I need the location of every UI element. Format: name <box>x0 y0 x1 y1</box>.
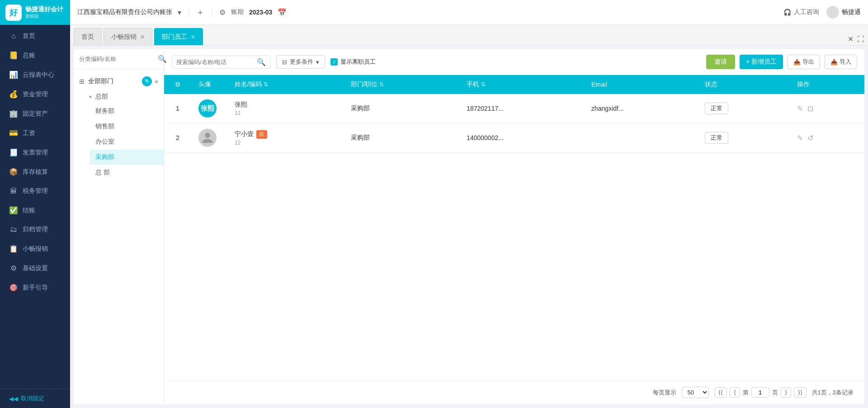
sidebar-nav: ⌂ 首页 📒 总账 📊 云报表中心 💰 资金管理 🏢 固定资产 💳 工资 🧾 发… <box>0 25 70 389</box>
sidebar-item-guide[interactable]: 🎯 新手引导 <box>0 278 70 297</box>
export-button[interactable]: 📤 导出 <box>788 55 820 69</box>
sidebar-item-inventory[interactable]: 📦 库存核算 <box>0 162 70 182</box>
last-page-button[interactable]: ⟩⟩ <box>794 387 807 398</box>
sidebar-item-funds[interactable]: 💰 资金管理 <box>0 84 70 104</box>
row-status-2: 正常 <box>698 123 790 153</box>
service-button[interactable]: 🎧 人工咨询 <box>783 8 819 16</box>
sidebar-item-tax[interactable]: 🏛 税务管理 <box>0 182 70 201</box>
page-unit: 页 <box>772 389 778 397</box>
edit-icon-2[interactable]: ✎ <box>797 134 803 142</box>
code-text-1: 11 <box>235 110 336 116</box>
tab-close-button[interactable]: ✕ <box>848 35 854 43</box>
refresh-icon-2[interactable]: ↺ <box>807 134 813 142</box>
add-employee-button[interactable]: + 新增员工 <box>740 55 783 69</box>
tab-home[interactable]: 首页 <box>74 28 102 45</box>
prev-page-button[interactable]: ⟨ <box>730 387 740 398</box>
sidebar-item-settings[interactable]: ⚙ 基础设置 <box>0 258 70 278</box>
name-text-2: 宁小壹 <box>235 130 254 138</box>
employee-search-input[interactable] <box>176 59 254 66</box>
action-icons-1: ✎ ⊡ <box>797 104 857 113</box>
calendar-icon[interactable]: 📅 <box>278 8 287 17</box>
page-prefix: 第 <box>743 389 749 397</box>
row-actions-2: ✎ ↺ <box>790 123 864 153</box>
sidebar-item-expense[interactable]: 📋 小畅报销 <box>0 239 70 258</box>
sidebar-item-home[interactable]: ⌂ 首页 <box>0 27 70 46</box>
page-size-select[interactable]: 50 10 20 100 <box>682 387 709 398</box>
all-dept-label: 全部部门 <box>88 77 113 85</box>
divider <box>212 7 212 18</box>
sidebar-item-invoice[interactable]: 🧾 发票管理 <box>0 143 70 162</box>
reports-icon: 📊 <box>9 70 18 79</box>
col-avatar: 头像 <box>191 75 227 94</box>
filter-button[interactable]: ⊟ 更多条件 ▾ <box>276 55 325 69</box>
status-badge-1: 正常 <box>705 103 728 114</box>
tab-expand-button[interactable]: ⛶ <box>857 35 864 43</box>
edit-icon-1[interactable]: ✎ <box>797 104 803 113</box>
employee-search-icon[interactable]: 🔍 <box>257 58 266 66</box>
tag-badge-2: 应 <box>256 130 267 139</box>
toolbar-right: 邀请 + 新增员工 📤 导出 📥 导入 <box>706 55 857 69</box>
payroll-icon: 💳 <box>9 129 18 137</box>
sidebar-item-label: 发票管理 <box>23 149 48 157</box>
col-status: 状态 <box>698 75 790 94</box>
sidebar-item-ledger[interactable]: 📒 总账 <box>0 46 70 65</box>
collapse-button[interactable]: « <box>155 76 158 86</box>
app-subtitle: 旗舰版 <box>25 13 63 19</box>
col-dept[interactable]: 部门/职位 <box>344 75 460 94</box>
page-input[interactable] <box>751 387 769 398</box>
avatar <box>826 6 839 19</box>
dept-search-input[interactable] <box>79 56 155 62</box>
content-area: 🔍 ⊞ 全部部门 ✎ « ▼ 总部 <box>74 49 864 404</box>
app-logo: 好 畅捷通好会计 旗舰版 <box>0 0 70 25</box>
sidebar-item-reports[interactable]: 📊 云报表中心 <box>0 65 70 84</box>
dept-sales[interactable]: 销售部 <box>90 119 164 134</box>
guide-icon: 🎯 <box>9 283 18 292</box>
next-page-button[interactable]: ⟩ <box>781 387 791 398</box>
company-dropdown-button[interactable]: ▾ <box>178 8 181 17</box>
logout-icon-1[interactable]: ⊡ <box>807 104 813 113</box>
export-icon: 📤 <box>793 59 801 66</box>
tax-icon: 🏛 <box>9 187 18 195</box>
row-dept-1: 采购部 <box>344 94 460 123</box>
dept-purchase[interactable]: 采购部 <box>90 150 164 165</box>
all-dept-item[interactable]: ⊞ 全部部门 ✎ « <box>74 73 164 90</box>
sidebar-item-label: 税务管理 <box>23 187 48 195</box>
dept-search-wrap: 🔍 <box>74 49 164 69</box>
headset-icon: 🎧 <box>783 9 791 16</box>
home-icon: ⌂ <box>9 32 18 40</box>
col-name[interactable]: 姓名/编码 <box>227 75 344 94</box>
tabs-actions: ✕ ⛶ <box>848 35 864 45</box>
employee-toolbar: 🔍 ⊟ 更多条件 ▾ ✓ 显示离职员工 邀请 + 新增员工 <box>164 49 864 75</box>
tab-dept[interactable]: 部门员工 ✕ <box>154 28 203 45</box>
col-phone[interactable]: 手机 <box>459 75 584 94</box>
dept-office[interactable]: 办公室 <box>90 134 164 150</box>
app-title: 畅捷通好会计 <box>25 5 63 13</box>
gear-button[interactable]: ⚙ <box>219 8 226 17</box>
sidebar-item-assets[interactable]: 🏢 固定资产 <box>0 104 70 123</box>
sidebar: 好 畅捷通好会计 旗舰版 ⌂ 首页 📒 总账 📊 云报表中心 💰 资金管理 🏢 … <box>0 0 70 408</box>
import-button[interactable]: 📥 导入 <box>825 55 857 69</box>
show-resigned-label[interactable]: ✓ 显示离职员工 <box>330 58 376 66</box>
sidebar-item-checkout[interactable]: ✅ 结账 <box>0 201 70 220</box>
add-company-button[interactable]: ＋ <box>196 7 204 18</box>
period-value: 2023-03 <box>249 9 272 16</box>
dept-header-actions: ✎ « <box>142 76 158 86</box>
unpin-label: 取消固定 <box>21 394 44 403</box>
add-dept-button[interactable]: ✎ <box>142 76 152 86</box>
invite-button[interactable]: 邀请 <box>706 55 735 69</box>
sidebar-item-archive[interactable]: 🗂 归档管理 <box>0 220 70 239</box>
tab-expense[interactable]: 小畅报销 ✕ <box>104 28 152 45</box>
unpin-button[interactable]: ◀◀ 取消固定 <box>0 389 70 408</box>
tab-dept-close[interactable]: ✕ <box>191 34 195 40</box>
grid-icon: ⊞ <box>79 78 85 85</box>
dept-general[interactable]: 总 部 <box>90 165 164 180</box>
row-phone-1: 187202117... <box>459 94 584 123</box>
dept-finance[interactable]: 财务部 <box>90 103 164 119</box>
sidebar-item-payroll[interactable]: 💳 工资 <box>0 123 70 143</box>
first-page-button[interactable]: ⟨⟨ <box>714 387 727 398</box>
head-dept-item[interactable]: ▼ 总部 <box>83 90 164 103</box>
user-info[interactable]: 畅捷通 <box>826 6 861 19</box>
col-settings[interactable]: ⚙ <box>164 75 191 94</box>
tab-expense-close[interactable]: ✕ <box>140 34 145 40</box>
avatar-gray-2 <box>198 129 217 147</box>
